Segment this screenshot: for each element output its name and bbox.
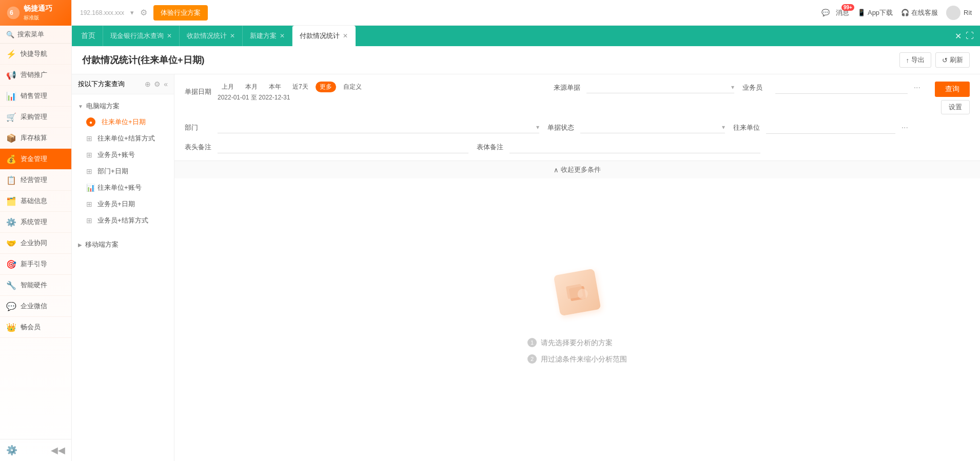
sidebar-item-label: 经营管理 <box>21 175 47 185</box>
sidebar-item-hardware[interactable]: 🔧智能硬件 <box>0 275 71 296</box>
pc-section-title[interactable]: ▼ 电脑端方案 <box>72 98 174 114</box>
system-icon: ⚙️ <box>6 217 16 227</box>
counterpart-input[interactable] <box>766 122 895 133</box>
date-btn-last-month[interactable]: 上月 <box>218 82 238 92</box>
sidebar-item-sales[interactable]: 📊销售管理 <box>0 86 71 107</box>
pc-arrow-icon: ▼ <box>78 104 83 109</box>
dept-arrow-icon: ▾ <box>536 124 539 131</box>
date-btn-this-year[interactable]: 本年 <box>265 82 285 92</box>
collapse-sidebar-icon[interactable]: ◀◀ <box>51 445 65 456</box>
main-content: 192.168.xxx.xxx ▾ ⚙ 体验行业方案 💬 99+ 消息 📱 Ap… <box>72 0 980 461</box>
svg-point-0 <box>7 7 20 19</box>
scheme-item-staff-date[interactable]: ⊞业务员+日期 <box>72 196 174 212</box>
salesman-dotdot[interactable]: ··· <box>912 83 923 92</box>
source-arrow-icon: ▾ <box>731 84 734 91</box>
settings-icon[interactable]: ⚙️ <box>6 445 17 456</box>
add-scheme-icon[interactable]: ⊕ <box>145 80 151 88</box>
date-btn-this-month[interactable]: 本月 <box>241 82 262 92</box>
tab-label: 新建方案 <box>250 31 277 41</box>
note-head-input[interactable] <box>218 141 468 153</box>
tab-payment-stat[interactable]: 付款情况统计✕ <box>292 26 356 46</box>
settings-scheme-icon[interactable]: ⚙ <box>154 80 161 88</box>
trial-btn[interactable]: 体验行业方案 <box>153 5 208 21</box>
guide-icon: 🎯 <box>6 259 16 269</box>
search-menu[interactable]: 🔍 搜索菜单 <box>0 26 71 44</box>
date-options: 上月 本月 本年 近7天 更多 自定义 <box>218 82 545 92</box>
tab-close-receipt-stat[interactable]: ✕ <box>230 32 235 39</box>
empty-state: 1 请先选择要分析的方案 2 用过滤条件来缩小分析范围 <box>174 178 980 461</box>
app-download[interactable]: 📱 App下载 <box>857 8 893 17</box>
doc-status-arrow-icon: ▾ <box>722 124 725 131</box>
step-num-1: 1 <box>527 338 537 347</box>
content-area: 按以下方案查询 ⊕ ⚙ « ▼ 电脑端方案 ●往来单位+日期⊞往来单位+结算方式… <box>72 74 980 461</box>
sidebar-item-marketing[interactable]: 📢营销推广 <box>0 65 71 86</box>
note-body-input[interactable] <box>509 141 760 153</box>
sidebar-item-inventory[interactable]: 📦库存核算 <box>0 128 71 149</box>
panel-header: 按以下方案查询 ⊕ ⚙ « <box>72 74 174 94</box>
member-icon: 👑 <box>6 322 16 332</box>
scheme-item-counterpart-date[interactable]: ●往来单位+日期 <box>72 114 174 130</box>
sidebar-item-guide[interactable]: 🎯新手引导 <box>0 254 71 275</box>
doc-status-select[interactable]: ▾ <box>580 122 725 133</box>
sidebar-item-member[interactable]: 👑畅会员 <box>0 317 71 338</box>
empty-step-1-text: 请先选择要分析的方案 <box>541 335 613 350</box>
sidebar-item-enterprise[interactable]: 🤝企业协同 <box>0 233 71 254</box>
user-name: Rit <box>964 9 972 16</box>
tab-bank-flow[interactable]: 现金银行流水查询✕ <box>103 26 180 46</box>
date-btn-more[interactable]: 更多 <box>316 82 336 92</box>
logo-icon: 6 <box>6 6 21 20</box>
tab-close-new-scheme[interactable]: ✕ <box>280 32 285 39</box>
tab-close-payment-stat[interactable]: ✕ <box>343 32 348 39</box>
scheme-item-dept-date[interactable]: ⊞部门+日期 <box>72 163 174 179</box>
user-area[interactable]: Rit <box>946 6 972 20</box>
sidebar-item-system[interactable]: ⚙️系统管理 <box>0 212 71 233</box>
tab-new-scheme[interactable]: 新建方案✕ <box>243 26 292 46</box>
scheme-label: 往来单位+结算方式 <box>97 134 155 143</box>
collapse-panel-icon[interactable]: « <box>164 80 168 88</box>
sidebar-item-operation[interactable]: 📋经营管理 <box>0 170 71 191</box>
tab-receipt-stat[interactable]: 收款情况统计✕ <box>180 26 243 46</box>
mobile-section-title[interactable]: ▶ 移动端方案 <box>72 237 174 252</box>
notification-area[interactable]: 💬 99+ 消息 <box>821 8 849 17</box>
tab-label: 收款情况统计 <box>187 31 227 41</box>
sidebar-item-purchase[interactable]: 🛒采购管理 <box>0 107 71 128</box>
tab-label: 现金银行流水查询 <box>110 31 164 41</box>
sidebar-item-quick-nav[interactable]: ⚡快捷导航 <box>0 44 71 65</box>
doc-status-field: 单据状态 ▾ <box>547 122 725 133</box>
export-btn[interactable]: ↑ 导出 <box>899 52 932 68</box>
topbar-dropdown-icon[interactable]: ▾ <box>130 9 134 16</box>
date-label: 单据日期 <box>185 87 213 96</box>
salesman-input[interactable] <box>775 82 908 93</box>
dept-select[interactable]: ▾ <box>218 122 539 133</box>
sidebar-item-label: 快捷导航 <box>21 49 47 58</box>
scheme-item-staff-settle[interactable]: ⊞业务员+结算方式 <box>72 212 174 229</box>
tab-close-bank-flow[interactable]: ✕ <box>167 32 172 39</box>
tab-label: 首页 <box>81 31 95 41</box>
scheme-item-counterpart-settle[interactable]: ⊞往来单位+结算方式 <box>72 130 174 147</box>
refresh-btn[interactable]: ↺ 刷新 <box>935 52 970 68</box>
query-btn[interactable]: 查询 <box>935 82 970 97</box>
counterpart-dotdot[interactable]: ··· <box>899 123 910 132</box>
date-btn-last7[interactable]: 近7天 <box>288 82 312 92</box>
online-service[interactable]: 🎧 在线客服 <box>901 8 938 17</box>
topbar: 192.168.xxx.xxx ▾ ⚙ 体验行业方案 💬 99+ 消息 📱 Ap… <box>72 0 980 26</box>
date-btn-custom[interactable]: 自定义 <box>339 82 366 92</box>
sidebar-item-finance[interactable]: 💰资金管理 <box>0 149 71 170</box>
date-range: 2022-01-01 至 2022-12-31 <box>218 93 545 102</box>
salesman-field: 业务员 ··· <box>742 82 923 94</box>
panel-header-icons: ⊕ ⚙ « <box>145 80 168 88</box>
sidebar-item-wechat[interactable]: 💬企业微信 <box>0 296 71 317</box>
scheme-item-staff-account[interactable]: ⊞业务员+账号 <box>72 147 174 163</box>
expand-tabs-icon[interactable]: ⛶ <box>966 31 974 41</box>
topbar-settings-icon[interactable]: ⚙ <box>140 8 147 17</box>
refresh-icon: ↺ <box>942 56 948 64</box>
sidebar-item-basic[interactable]: 🗂️基础信息 <box>0 191 71 212</box>
sidebar-item-label: 库存核算 <box>21 133 47 143</box>
collapse-conditions-btn[interactable]: ∧ 收起更多条件 <box>174 161 980 178</box>
scheme-item-counterpart-account[interactable]: 📊往来单位+账号 <box>72 179 174 196</box>
source-select[interactable]: ▾ <box>586 82 734 93</box>
setting-btn[interactable]: 设置 <box>941 100 970 114</box>
empty-step-1: 1 请先选择要分析的方案 <box>527 335 627 350</box>
tab-home[interactable]: 首页 <box>74 26 103 46</box>
close-all-tabs-icon[interactable]: ✕ <box>955 31 962 41</box>
